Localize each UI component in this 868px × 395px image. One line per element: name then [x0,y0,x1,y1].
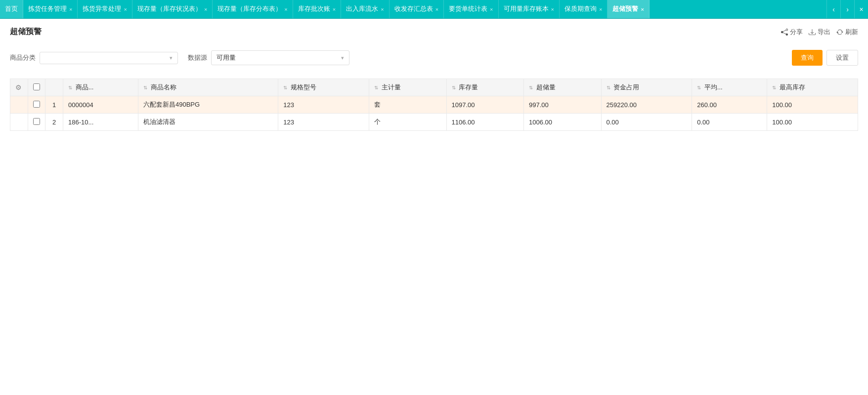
sort-arrows-overstock: ⇅ [529,85,533,90]
nav-more-button[interactable]: × [854,0,868,18]
nav-tab-11-close[interactable]: × [641,6,644,12]
th-capital[interactable]: ⇅ 资金占用 [601,79,692,96]
refresh-label: 刷新 [845,28,858,37]
nav-tab-10[interactable]: 保质期查询 × [560,0,608,18]
th-overstock[interactable]: ⇅ 超储量 [524,79,601,96]
th-unit-label: 主计量 [382,83,401,91]
row-2-max-stock: 100.00 [767,114,858,131]
sort-arrows-product-name: ⇅ [143,85,147,90]
sort-arrows-unit: ⇅ [374,85,378,90]
row-1-stock: 1097.00 [446,96,523,114]
row-2-checkbox[interactable] [33,118,40,125]
filter-buttons: 查询 设置 [792,50,858,66]
nav-tab-5-close[interactable]: × [333,6,336,12]
row-1-check-cell [28,96,45,114]
page-header: 超储预警 分享 导出 刷新 [10,27,858,37]
sort-arrows-capital: ⇅ [607,85,610,90]
nav-tab-home-label: 首页 [5,5,18,13]
nav-tab-2-close[interactable]: × [124,6,127,12]
export-button[interactable]: 导出 [809,28,830,37]
top-nav: 首页 拣货任务管理 × 拣货异常处理 × 现存量（库存状况表） × 现存量（库存… [0,0,868,19]
th-spec-label: 规格型号 [291,83,316,91]
category-dropdown-icon: ▾ [170,55,173,61]
row-1-spec: 123 [278,96,369,114]
nav-tab-4-close[interactable]: × [284,6,287,12]
nav-tab-3-label: 现存量（库存状况表） [137,5,202,13]
nav-tab-9[interactable]: 可用量库存账本 × [499,0,560,18]
th-avg[interactable]: ⇅ 平均... [692,79,767,96]
settings-button[interactable]: 设置 [826,50,858,66]
row-1-product-code: 0000004 [63,96,138,114]
row-gear-cell [10,96,28,114]
th-max-stock[interactable]: ⇅ 最高库存 [767,79,858,96]
page-content: 超储预警 分享 导出 刷新 [0,19,868,139]
nav-tab-6-close[interactable]: × [381,6,384,12]
filter-bar: 商品分类 ▾ 数据源 可用量 ▾ 查询 设置 [10,45,858,71]
nav-tab-3-close[interactable]: × [204,6,207,12]
nav-tab-4-label: 现存量（库存分布表） [217,5,282,13]
refresh-button[interactable]: 刷新 [836,28,858,37]
nav-tab-7-close[interactable]: × [435,6,438,12]
nav-tab-9-label: 可用量库存账本 [504,5,549,13]
th-num [45,79,63,96]
th-stock[interactable]: ⇅ 库存量 [446,79,523,96]
th-avg-label: 平均... [704,83,723,91]
datasource-dropdown-icon: ▾ [341,55,344,61]
row-1-checkbox[interactable] [33,101,40,108]
row-2-avg: 0.00 [692,114,767,131]
gear-icon[interactable]: ⚙ [15,83,22,91]
query-button[interactable]: 查询 [792,50,823,66]
th-product-name-label: 商品名称 [151,83,176,91]
nav-tab-7[interactable]: 收发存汇总表 × [390,0,444,18]
th-product-name[interactable]: ⇅ 商品名称 [138,79,278,96]
nav-tab-2-label: 拣货异常处理 [83,5,121,13]
nav-tab-10-close[interactable]: × [599,6,602,12]
nav-tab-8[interactable]: 要货单统计表 × [444,0,498,18]
table-row: 2 186-10... 机油滤清器 123 个 1106.00 1006.00 … [10,114,858,131]
nav-tab-5-label: 库存批次账 [298,5,330,13]
nav-prev-button[interactable]: ‹ [826,0,840,18]
sort-arrows-spec: ⇅ [283,85,287,90]
row-1-num: 1 [45,96,63,114]
table-row: 1 0000004 六配套新昌490BPG 123 套 1097.00 997.… [10,96,858,114]
nav-tab-1-close[interactable]: × [69,6,72,12]
share-button[interactable]: 分享 [781,28,803,37]
datasource-select-value: 可用量 [217,53,236,62]
select-all-checkbox[interactable] [33,83,40,90]
nav-tab-7-label: 收发存汇总表 [394,5,433,13]
nav-tab-2[interactable]: 拣货异常处理 × [78,0,132,18]
th-gear[interactable]: ⚙ [10,79,28,96]
nav-arrows: ‹ › × [826,0,868,18]
refresh-icon [836,29,843,36]
share-icon [781,29,788,36]
row-1-capital: 259220.00 [601,96,692,114]
category-select[interactable]: ▾ [40,52,178,64]
nav-tab-5[interactable]: 库存批次账 × [293,0,341,18]
sort-arrows-avg: ⇅ [697,85,701,90]
th-product-code-label: 商品... [76,83,94,91]
sort-arrows-max-stock: ⇅ [772,85,776,90]
datasource-select[interactable]: 可用量 ▾ [211,50,349,65]
th-check [28,79,45,96]
nav-tab-8-close[interactable]: × [490,6,493,12]
page-title: 超储预警 [10,27,42,37]
nav-tab-3[interactable]: 现存量（库存状况表） × [132,0,213,18]
nav-tab-9-close[interactable]: × [551,6,554,12]
nav-tab-1[interactable]: 拣货任务管理 × [23,0,78,18]
th-unit[interactable]: ⇅ 主计量 [369,79,446,96]
nav-tab-home[interactable]: 首页 [0,0,23,18]
nav-tab-4[interactable]: 现存量（库存分布表） × [213,0,293,18]
datasource-filter: 数据源 可用量 ▾ [188,50,349,65]
row-2-stock: 1106.00 [446,114,523,131]
row-2-product-name: 机油滤清器 [138,114,278,131]
sort-arrows-product-code: ⇅ [68,85,72,90]
nav-tab-11[interactable]: 超储预警 × [608,0,649,18]
row-2-product-code: 186-10... [63,114,138,131]
nav-next-button[interactable]: › [840,0,854,18]
th-product-code[interactable]: ⇅ 商品... [63,79,138,96]
sort-arrows-stock: ⇅ [452,85,456,90]
th-spec[interactable]: ⇅ 规格型号 [278,79,369,96]
header-actions: 分享 导出 刷新 [781,28,858,37]
nav-tab-6[interactable]: 出入库流水 × [341,0,389,18]
row-1-unit: 套 [369,96,446,114]
